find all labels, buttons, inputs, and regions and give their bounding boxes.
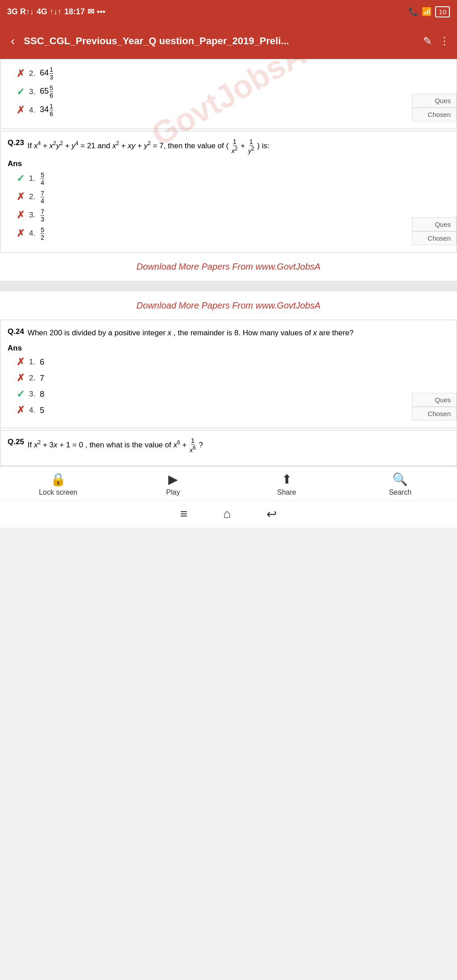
q25-text: If x2 + 3x + 1 = 0 , then what is the va… xyxy=(28,438,203,453)
q24-options: ✗ 1. 6 ✗ 2. 7 ✓ 3. 8 ✗ 4. 5 xyxy=(8,356,449,416)
section-divider xyxy=(0,281,457,292)
back-button[interactable]: ‹ xyxy=(7,32,18,50)
ques-label: Ques xyxy=(412,217,457,231)
q24-text: When 200 is divided by a positive intege… xyxy=(28,327,353,339)
menu-nav-icon[interactable]: ≡ xyxy=(180,507,187,521)
share-label: Share xyxy=(277,488,296,496)
wrong-mark-icon: ✗ xyxy=(17,104,25,116)
q23-text: If x4 + x2y2 + y4 = 21 and x2 + xy + y2 … xyxy=(28,138,270,154)
wrong-mark-icon: ✗ xyxy=(17,209,25,221)
q22-side-info: Ques Chosen xyxy=(412,94,457,121)
q22-options: ✗ 2. 6413 ✓ 3. 6556 ✗ 4. 3416 xyxy=(8,67,449,117)
battery-indicator: 10 xyxy=(435,6,450,17)
ques-label: Ques xyxy=(412,94,457,108)
question-25-block: Q.25 If x2 + 3x + 1 = 0 , then what is t… xyxy=(0,430,457,466)
list-item: ✗ 3. 73 xyxy=(17,209,449,222)
list-item: ✗ 2. 6413 xyxy=(17,67,449,80)
search-button[interactable]: 🔍 Search xyxy=(382,472,418,496)
home-nav-icon[interactable]: ⌂ xyxy=(223,507,231,521)
list-item: ✓ 3. 6556 xyxy=(17,85,449,99)
question-24-block: Q.24 When 200 is divided by a positive i… xyxy=(0,320,457,429)
list-item: ✗ 2. 74 xyxy=(17,190,449,204)
download-banner-2: Download More Papers From www.GovtJobsA xyxy=(0,292,457,320)
phone-icon: 📞 xyxy=(408,7,418,17)
share-button[interactable]: ⬆ Share xyxy=(269,472,304,496)
wrong-mark-icon: ✗ xyxy=(17,405,25,416)
correct-mark-icon: ✓ xyxy=(17,86,25,98)
search-icon: 🔍 xyxy=(392,472,408,487)
network-4g: 4G ↑↓↑ xyxy=(37,7,62,17)
wifi-icon: 📶 xyxy=(422,7,432,17)
list-item: ✗ 4. 3416 xyxy=(17,103,449,117)
status-right-icons: 📞 📶 10 xyxy=(408,6,450,17)
download-banner-1: Download More Papers From www.GovtJobsA xyxy=(0,253,457,281)
correct-mark-icon: ✓ xyxy=(17,173,25,184)
q23-options: ✓ 1. 54 ✗ 2. 74 ✗ 3. 73 ✗ 4. 52 xyxy=(8,172,449,241)
q24-side-info: Ques Chosen xyxy=(412,393,457,421)
q23-side-info: Ques Chosen xyxy=(412,217,457,245)
wrong-mark-icon: ✗ xyxy=(17,191,25,203)
question-22-block: GovtJobsA ✗ 2. 6413 ✓ 3. 6556 ✗ 4. 3416 … xyxy=(0,59,457,129)
content-area: GovtJobsA ✗ 2. 6413 ✓ 3. 6556 ✗ 4. 3416 … xyxy=(0,59,457,466)
chosen-label: Chosen xyxy=(412,108,457,121)
q25-number: Q.25 xyxy=(8,438,24,446)
lock-screen-button[interactable]: 🔒 Lock screen xyxy=(39,472,77,496)
edit-icon[interactable]: ✎ xyxy=(423,35,432,47)
ans-label: Ans xyxy=(8,344,449,353)
list-item: ✗ 4. 5 xyxy=(17,405,449,416)
ques-label: Ques xyxy=(412,393,457,407)
list-item: ✓ 1. 54 xyxy=(17,172,449,186)
chosen-label: Chosen xyxy=(412,231,457,245)
status-time: 18:17 xyxy=(64,7,85,17)
play-icon: ▶ xyxy=(168,472,178,487)
list-item: ✗ 1. 6 xyxy=(17,356,449,368)
search-label: Search xyxy=(389,488,411,496)
wrong-mark-icon: ✗ xyxy=(17,68,25,79)
play-button[interactable]: ▶ Play xyxy=(155,472,191,496)
q24-question-line: Q.24 When 200 is divided by a positive i… xyxy=(8,327,449,339)
app-header: ‹ SSC_CGL_Previous_Year_Q uestion_Paper_… xyxy=(0,23,457,59)
play-label: Play xyxy=(166,488,180,496)
ans-label: Ans xyxy=(8,159,449,168)
document-title: SSC_CGL_Previous_Year_Q uestion_Paper_20… xyxy=(24,35,418,48)
battery-level: 10 xyxy=(439,8,446,16)
back-nav-icon[interactable]: ↩ xyxy=(266,507,277,521)
list-item: ✗ 2. 7 xyxy=(17,372,449,384)
lock-screen-label: Lock screen xyxy=(39,488,77,496)
lock-screen-icon: 🔒 xyxy=(50,472,66,487)
bottom-navigation: 🔒 Lock screen ▶ Play ⬆ Share 🔍 Search xyxy=(0,466,457,500)
q25-question-line: Q.25 If x2 + 3x + 1 = 0 , then what is t… xyxy=(8,438,449,453)
share-icon: ⬆ xyxy=(282,472,292,487)
list-item: ✗ 4. 52 xyxy=(17,227,449,241)
list-item: ✓ 3. 8 xyxy=(17,388,449,400)
q23-number: Q.23 xyxy=(8,138,24,147)
question-23-block: Q.23 If x4 + x2y2 + y4 = 21 and x2 + xy … xyxy=(0,131,457,253)
status-dots: ••• xyxy=(97,7,105,17)
q24-number: Q.24 xyxy=(8,327,24,336)
q23-question-line: Q.23 If x4 + x2y2 + y4 = 21 and x2 + xy … xyxy=(8,138,449,154)
status-bar: 3G R↑↓ 4G ↑↓↑ 18:17 ✉ ••• 📞 📶 10 xyxy=(0,0,457,23)
wrong-mark-icon: ✗ xyxy=(17,228,25,239)
header-action-icons: ✎ ⋮ xyxy=(423,35,450,47)
wrong-mark-icon: ✗ xyxy=(17,372,25,384)
wrong-mark-icon: ✗ xyxy=(17,356,25,368)
mail-icon: ✉ xyxy=(87,7,94,17)
correct-mark-icon: ✓ xyxy=(17,388,25,400)
chosen-label: Chosen xyxy=(412,407,457,421)
status-network: 3G R↑↓ 4G ↑↓↑ 18:17 ✉ ••• xyxy=(7,7,105,17)
system-nav-bar: ≡ ⌂ ↩ xyxy=(0,500,457,528)
network-3g: 3G R↑↓ xyxy=(7,7,34,17)
more-options-icon[interactable]: ⋮ xyxy=(439,35,450,47)
